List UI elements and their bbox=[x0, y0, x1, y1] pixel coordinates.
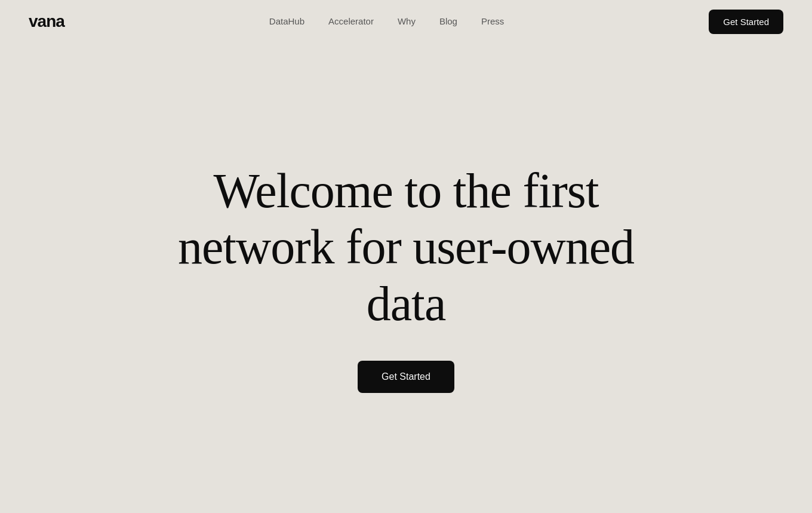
nav-get-started-button[interactable]: Get Started bbox=[709, 10, 783, 34]
brand-logo[interactable]: vana bbox=[29, 12, 64, 31]
nav-item-blog[interactable]: Blog bbox=[439, 16, 457, 27]
nav-link-accelerator[interactable]: Accelerator bbox=[328, 16, 374, 26]
hero-title-line2: network for user-owned data bbox=[178, 220, 634, 330]
hero-title-line1: Welcome to the first bbox=[213, 164, 598, 218]
nav-item-why[interactable]: Why bbox=[398, 16, 416, 27]
hero-title: Welcome to the first network for user-ow… bbox=[137, 163, 675, 332]
navbar: vana DataHub Accelerator Why Blog Press … bbox=[0, 0, 812, 43]
nav-links: DataHub Accelerator Why Blog Press bbox=[269, 16, 504, 27]
nav-item-press[interactable]: Press bbox=[481, 16, 504, 27]
nav-link-datahub[interactable]: DataHub bbox=[269, 16, 304, 26]
hero-section: Welcome to the first network for user-ow… bbox=[0, 43, 812, 513]
nav-item-datahub[interactable]: DataHub bbox=[269, 16, 304, 27]
nav-link-blog[interactable]: Blog bbox=[439, 16, 457, 26]
hero-get-started-button[interactable]: Get Started bbox=[358, 361, 454, 393]
nav-item-accelerator[interactable]: Accelerator bbox=[328, 16, 374, 27]
nav-link-press[interactable]: Press bbox=[481, 16, 504, 26]
nav-link-why[interactable]: Why bbox=[398, 16, 416, 26]
